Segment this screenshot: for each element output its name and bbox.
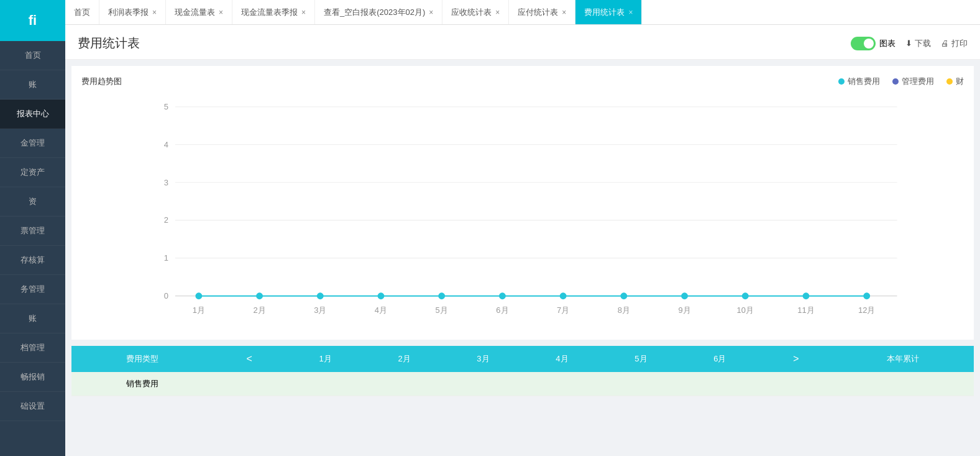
sidebar: fi 首页账报表中心金管理定资产资票管理存核算务管理账档管理畅报销础设置 — [0, 0, 65, 456]
svg-text:3: 3 — [164, 178, 168, 187]
prev-button[interactable]: < — [244, 353, 254, 365]
tab-item[interactable]: 应付统计表× — [509, 0, 575, 25]
row-empty-nav — [213, 372, 286, 396]
row-ytd — [833, 372, 974, 396]
col-nav-next[interactable]: > — [759, 346, 833, 372]
legend-fin: 财 — [946, 76, 964, 87]
next-button[interactable]: > — [790, 353, 801, 365]
chart-toggle-label: 图表 — [879, 38, 895, 49]
legend-mgmt: 管理费用 — [892, 76, 934, 87]
tab-item[interactable]: 现金流量表× — [166, 0, 232, 25]
print-icon: 🖨 — [941, 39, 949, 48]
col-3: 3月 — [444, 346, 523, 372]
svg-point-25 — [256, 292, 263, 299]
col-ytd: 本年累计 — [833, 346, 974, 372]
row-type: 销售费用 — [71, 372, 213, 396]
table-row: 销售费用 — [71, 372, 974, 396]
tab-close-icon[interactable]: × — [495, 8, 500, 17]
data-table: 费用类型 < 1月 2月 3月 4月 5月 6月 > 本年累计 — [71, 346, 974, 396]
sidebar-item[interactable]: 报表中心 — [0, 100, 65, 129]
row-val-1 — [286, 372, 365, 396]
main-panel: 首页利润表季报×现金流量表×现金流量表季报×查看_空白报表(2023年02月)×… — [65, 0, 980, 456]
sidebar-item[interactable]: 定资产 — [0, 158, 65, 187]
col-2: 2月 — [365, 346, 444, 372]
sidebar-item[interactable]: 务管理 — [0, 275, 65, 304]
tab-item[interactable]: 查看_空白报表(2023年02月)× — [315, 0, 442, 25]
sidebar-item[interactable]: 存核算 — [0, 246, 65, 275]
svg-point-26 — [317, 292, 324, 299]
svg-text:2月: 2月 — [253, 305, 265, 315]
col-nav-prev[interactable]: < — [213, 346, 286, 372]
chart-toggle[interactable] — [851, 37, 876, 50]
tab-close-icon[interactable]: × — [429, 8, 433, 17]
chart-legend: 销售费用 管理费用 财 — [838, 76, 964, 87]
sidebar-nav: 首页账报表中心金管理定资产资票管理存核算务管理账档管理畅报销础设置 — [0, 41, 65, 456]
tab-close-icon[interactable]: × — [301, 8, 306, 17]
sidebar-item[interactable]: 金管理 — [0, 129, 65, 158]
svg-text:6月: 6月 — [496, 305, 508, 315]
svg-point-28 — [438, 292, 445, 299]
svg-text:9月: 9月 — [678, 305, 690, 315]
sidebar-item[interactable]: 账 — [0, 70, 65, 100]
row-val-5 — [602, 372, 680, 396]
svg-text:3月: 3月 — [314, 305, 326, 315]
sidebar-item[interactable]: 票管理 — [0, 216, 65, 246]
legend-sales: 销售费用 — [838, 76, 880, 87]
svg-text:7月: 7月 — [557, 305, 569, 315]
svg-text:8月: 8月 — [618, 305, 630, 315]
row-val-3 — [444, 372, 523, 396]
svg-text:5月: 5月 — [436, 305, 448, 315]
row-val-6 — [680, 372, 759, 396]
svg-point-35 — [863, 292, 870, 299]
tab-item[interactable]: 利润表季报× — [99, 0, 166, 25]
svg-point-31 — [620, 292, 627, 299]
page-header: 费用统计表 图表 ⬇ 下载 🖨 打印 — [65, 25, 980, 60]
legend-mgmt-label: 管理费用 — [902, 76, 934, 87]
header-actions: 图表 ⬇ 下载 🖨 打印 — [851, 37, 968, 50]
sidebar-item[interactable]: 账 — [0, 304, 65, 333]
svg-text:4: 4 — [164, 140, 168, 149]
legend-sales-dot — [838, 78, 845, 85]
tab-close-icon[interactable]: × — [628, 8, 633, 17]
svg-text:5: 5 — [164, 102, 168, 111]
tab-close-icon[interactable]: × — [219, 8, 223, 17]
sidebar-item[interactable]: 首页 — [0, 41, 65, 70]
svg-point-34 — [803, 292, 810, 299]
tab-item[interactable]: 应收统计表× — [442, 0, 509, 25]
svg-point-33 — [742, 292, 749, 299]
table-section: 费用类型 < 1月 2月 3月 4月 5月 6月 > 本年累计 — [71, 346, 974, 396]
svg-text:11月: 11月 — [797, 305, 814, 315]
sidebar-item[interactable]: 础设置 — [0, 392, 65, 421]
sidebar-item[interactable]: 档管理 — [0, 333, 65, 363]
sidebar-item[interactable]: 资 — [0, 187, 65, 216]
chart-section: 费用趋势图 销售费用 管理费用 财 — [71, 66, 974, 340]
legend-sales-label: 销售费用 — [848, 76, 880, 87]
sidebar-item[interactable]: 畅报销 — [0, 363, 65, 392]
svg-text:10月: 10月 — [737, 305, 754, 315]
legend-fin-dot — [946, 78, 953, 85]
tab-close-icon[interactable]: × — [152, 8, 157, 17]
print-label: 打印 — [951, 38, 968, 49]
tab-item[interactable]: 费用统计表× — [575, 0, 642, 25]
col-4: 4月 — [523, 346, 602, 372]
svg-point-27 — [378, 292, 385, 299]
print-button[interactable]: 🖨 打印 — [941, 38, 968, 49]
page-content: 费用统计表 图表 ⬇ 下载 🖨 打印 费用趋势图 — [65, 25, 980, 456]
svg-text:12月: 12月 — [858, 305, 875, 315]
col-6: 6月 — [680, 346, 759, 372]
tab-item[interactable]: 首页 — [65, 0, 99, 25]
download-button[interactable]: ⬇ 下载 — [905, 38, 931, 49]
svg-text:1: 1 — [164, 253, 168, 263]
row-val-4 — [523, 372, 602, 396]
svg-point-24 — [195, 292, 202, 299]
chart-toggle-wrap: 图表 — [851, 37, 895, 50]
svg-text:4月: 4月 — [375, 305, 387, 315]
tab-bar: 首页利润表季报×现金流量表×现金流量表季报×查看_空白报表(2023年02月)×… — [65, 0, 980, 25]
legend-fin-label: 财 — [956, 76, 964, 87]
tab-close-icon[interactable]: × — [562, 8, 566, 17]
svg-point-29 — [499, 292, 506, 299]
row-val-2 — [365, 372, 444, 396]
tab-item[interactable]: 现金流量表季报× — [232, 0, 315, 25]
download-label: 下载 — [915, 38, 931, 49]
chart-title: 费用趋势图 — [81, 76, 122, 87]
